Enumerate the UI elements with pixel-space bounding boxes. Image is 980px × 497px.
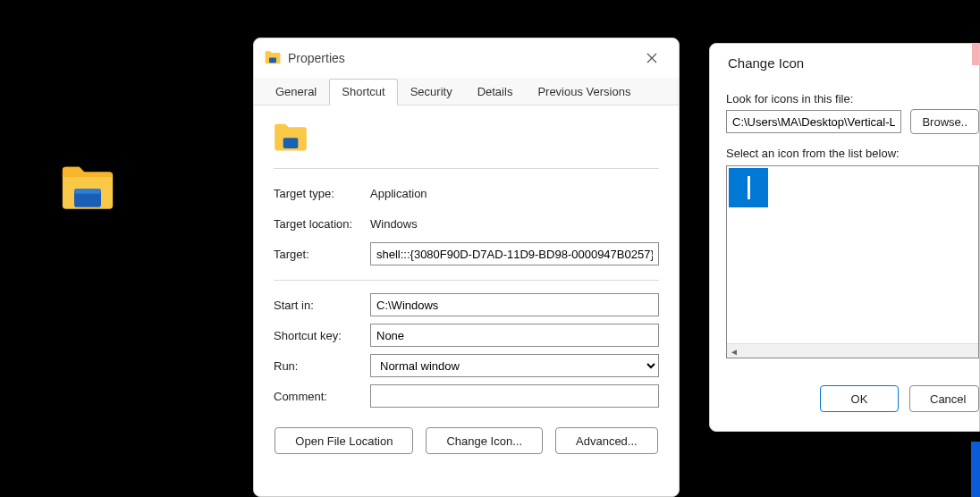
shortcut-key-input[interactable] <box>370 324 659 347</box>
vertical-line-icon <box>748 176 750 199</box>
icon-path-input[interactable] <box>726 110 901 133</box>
run-label: Run: <box>274 359 363 373</box>
open-file-location-button[interactable]: Open File Location <box>275 427 413 454</box>
target-label: Target: <box>274 248 363 261</box>
target-location-label: Target location: <box>274 217 363 231</box>
change-icon-button[interactable]: Change Icon... <box>426 427 543 454</box>
decorative-block <box>971 442 980 497</box>
divider <box>274 168 659 169</box>
tab-previous-versions[interactable]: Previous Versions <box>525 79 643 105</box>
tab-shortcut[interactable]: Shortcut <box>329 79 397 105</box>
cancel-button[interactable]: Cancel <box>909 385 979 412</box>
properties-window: Properties General Shortcut Security Det… <box>253 38 680 497</box>
desktop-shortcut-icon[interactable] <box>61 164 114 213</box>
folder-icon <box>265 49 281 68</box>
look-for-icons-label: Look for icons in this file: <box>726 92 979 105</box>
svg-rect-3 <box>283 138 299 148</box>
target-type-value: Application <box>370 187 659 200</box>
target-type-label: Target type: <box>274 187 363 200</box>
browse-button[interactable]: Browse.. <box>910 109 979 134</box>
icon-list-scrollbar[interactable]: ◄ <box>727 343 978 358</box>
ok-button[interactable]: OK <box>820 385 899 412</box>
start-in-input[interactable] <box>370 293 659 316</box>
tab-details[interactable]: Details <box>465 79 526 105</box>
close-button-hint[interactable] <box>972 44 979 65</box>
change-icon-window: Change Icon Look for icons in this file:… <box>709 43 980 432</box>
advanced-button[interactable]: Advanced... <box>555 427 658 454</box>
svg-rect-1 <box>74 189 101 194</box>
divider <box>274 280 659 281</box>
tab-security[interactable]: Security <box>398 79 465 105</box>
target-location-value: Windows <box>370 217 659 231</box>
icon-list-item[interactable] <box>729 168 768 207</box>
svg-rect-2 <box>269 57 276 63</box>
start-in-label: Start in: <box>274 299 363 312</box>
properties-titlebar: Properties <box>254 38 679 78</box>
tab-general[interactable]: General <box>263 79 329 105</box>
change-icon-title: Change Icon <box>728 55 804 71</box>
shortcut-key-label: Shortcut key: <box>274 329 363 342</box>
close-icon[interactable] <box>636 45 668 72</box>
target-input[interactable] <box>370 242 659 265</box>
comment-label: Comment: <box>274 390 363 403</box>
shortcut-icon <box>274 120 308 156</box>
change-icon-titlebar: Change Icon <box>710 44 979 81</box>
run-select[interactable]: Normal window <box>370 354 659 377</box>
comment-input[interactable] <box>370 384 659 408</box>
scroll-left-icon[interactable]: ◄ <box>727 344 741 358</box>
properties-title: Properties <box>288 51 345 65</box>
properties-tabs: General Shortcut Security Details Previo… <box>254 78 679 105</box>
select-icon-label: Select an icon from the list below: <box>726 147 979 160</box>
icon-list[interactable]: ◄ <box>726 165 979 358</box>
